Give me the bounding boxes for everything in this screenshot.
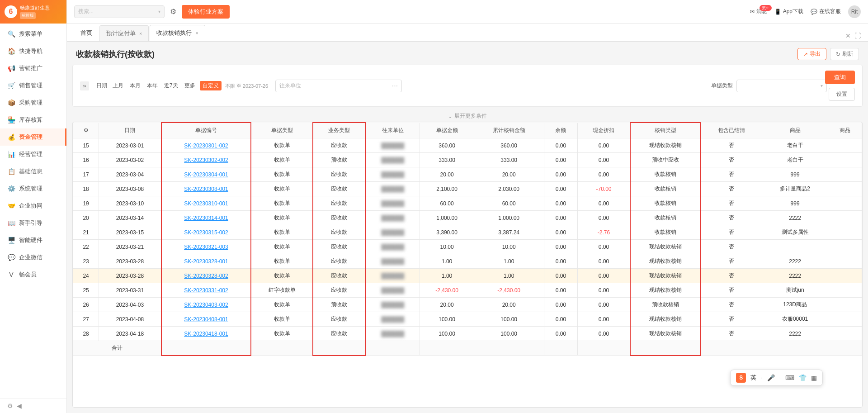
th-goods[interactable]: 商品 (762, 123, 828, 138)
online-service-button[interactable]: 💬 在线客服 (811, 8, 841, 15)
sidebar-item-quicknav[interactable]: 🏠 快捷导航 (0, 43, 66, 60)
tab-prepay-close-icon[interactable]: × (139, 31, 142, 36)
refresh-label: 刷新 (842, 50, 853, 58)
th-verify-type[interactable]: 核销类型 (630, 123, 701, 138)
cell-verified: 10.00 (474, 240, 544, 254)
th-cash-discount[interactable]: 现金折扣 (578, 123, 630, 138)
th-date[interactable]: 日期 (99, 123, 161, 138)
cell-doctype: 收款单 (251, 312, 312, 327)
settings-icon[interactable]: ⚙ (7, 402, 13, 409)
sidebar-item-guide[interactable]: 📖 新手引导 (0, 214, 66, 232)
ime-grid-icon[interactable]: ▦ (811, 374, 817, 381)
sidebar-item-operation[interactable]: 📊 经营管理 (0, 146, 66, 163)
messages-button[interactable]: ✉ 消息 99+ (750, 8, 767, 15)
cell-discount: 0.00 (578, 298, 630, 312)
doc-no-link[interactable]: SK-20230408-001 (184, 316, 228, 323)
date-btn-custom[interactable]: 自定义 (200, 81, 222, 90)
th-amount[interactable]: 单据金额 (420, 123, 474, 138)
th-verified[interactable]: 累计核销金额 (474, 123, 544, 138)
data-table: ⚙ 日期 单据编号 单据类型 业务类型 往来单位 单据金额 累计核销金额 余额 … (73, 122, 862, 356)
date-btn-7days[interactable]: 近7天 (162, 81, 180, 90)
tab-expand-icon[interactable]: ⛶ (854, 32, 861, 39)
ime-shirt-icon[interactable]: 👕 (799, 374, 807, 381)
doc-no-link[interactable]: SK-20230314-001 (184, 215, 228, 221)
collapse-icon[interactable]: ◀ (17, 402, 22, 409)
tab-home[interactable]: 首页 (74, 25, 99, 41)
th-gear[interactable]: ⚙ (73, 123, 99, 138)
date-btn-this-month[interactable]: 本月 (128, 81, 142, 90)
sidebar-item-search[interactable]: 🔍 搜索菜单 (0, 25, 66, 43)
cell-amount: 60.00 (420, 196, 474, 211)
cell-goods: 123D商品 (762, 298, 828, 312)
ime-keyboard-icon[interactable]: ⌨ (785, 374, 794, 381)
cell-goods: 2222 (762, 327, 828, 341)
sidebar-item-finance[interactable]: 💰 资金管理 (0, 128, 66, 146)
sidebar-item-system[interactable]: ⚙️ 系统管理 (0, 180, 66, 197)
basic-label: 基础信息 (19, 167, 42, 176)
cell-amount: 333.00 (420, 153, 474, 167)
doc-no-link[interactable]: SK-20230328-001 (184, 258, 228, 265)
doc-no-link[interactable]: SK-20230304-001 (184, 171, 228, 178)
tab-collection-close-icon[interactable]: × (195, 30, 198, 36)
partner-value: ██████ (381, 142, 404, 149)
doc-no-link[interactable]: SK-20230302-002 (184, 157, 228, 163)
ime-mic-icon[interactable]: 🎤 (767, 374, 775, 381)
wechat-icon: 💬 (7, 254, 15, 261)
th-balance[interactable]: 余额 (544, 123, 578, 138)
sidebar-item-basic[interactable]: 📋 基础信息 (0, 163, 66, 180)
date-btn-this-year[interactable]: 本年 (145, 81, 160, 90)
th-partner[interactable]: 往来单位 (365, 123, 420, 138)
topbar-search[interactable]: 搜索... ▾ (74, 5, 165, 18)
sidebar-item-corp[interactable]: 🤝 企业协同 (0, 197, 66, 214)
doc-no-link[interactable]: SK-20230301-002 (184, 142, 228, 149)
sidebar-item-hardware[interactable]: 🖥️ 智能硬件 (0, 232, 66, 249)
cell-docno: SK-20230314-001 (161, 211, 251, 225)
refresh-button[interactable]: ↻ 刷新 (830, 48, 859, 60)
sidebar-item-marketing[interactable]: 📢 营销推广 (0, 60, 66, 77)
tab-collection[interactable]: 收款核销执行 × (150, 25, 205, 41)
th-biz-type[interactable]: 业务类型 (313, 123, 365, 138)
solution-button[interactable]: 体验行业方案 (182, 5, 230, 19)
doc-no-link[interactable]: SK-20230308-001 (184, 186, 228, 192)
th-include-settled[interactable]: 包含已结清 (701, 123, 762, 138)
th-doc-type[interactable]: 单据类型 (251, 123, 312, 138)
tab-close-all-icon[interactable]: ✕ (845, 32, 851, 39)
receipt-type-select[interactable]: ▾ (736, 80, 827, 92)
marketing-icon: 📢 (7, 65, 15, 72)
doc-no-link[interactable]: SK-20230418-001 (184, 331, 228, 337)
sidebar-item-inventory[interactable]: 🏪 库存核算 (0, 111, 66, 128)
ime-lang-text[interactable]: 英 (750, 374, 756, 382)
summary-biztype-cell (313, 341, 365, 356)
partner-dots-icon[interactable]: ··· (392, 82, 398, 90)
th-goods2[interactable]: 商品 (828, 123, 862, 138)
user-avatar[interactable]: Rit (848, 5, 861, 18)
doc-no-link[interactable]: SK-20230315-002 (184, 229, 228, 236)
export-button[interactable]: ↗ 导出 (797, 48, 826, 60)
tab-prepay[interactable]: 预计应付单 × (99, 25, 149, 41)
sidebar-item-purchase[interactable]: 📦 采购管理 (0, 94, 66, 111)
doc-no-link[interactable]: SK-20230321-003 (184, 244, 228, 250)
cell-goods2 (828, 312, 862, 327)
filter-expand-button[interactable]: » (80, 81, 89, 90)
topbar-gear-icon[interactable]: ⚙ (170, 7, 176, 16)
doc-no-link[interactable]: SK-20230331-002 (184, 287, 228, 294)
date-btn-more[interactable]: 更多 (183, 81, 197, 90)
table-row: 25 2023-03-31 SK-20230331-002 红字收款单 应收款 … (73, 283, 862, 298)
sidebar-item-wechat[interactable]: 💬 企业微信 (0, 249, 66, 266)
table-scroll[interactable]: ⚙ 日期 单据编号 单据类型 业务类型 往来单位 单据金额 累计核销金额 余额 … (73, 122, 862, 356)
doc-no-link[interactable]: SK-20230403-002 (184, 302, 228, 308)
summary-docno-cell (161, 341, 251, 356)
date-btn-last-month[interactable]: 上月 (111, 81, 125, 90)
app-download-button[interactable]: 📱 App下载 (774, 8, 803, 15)
sidebar-item-member[interactable]: V 畅会员 (0, 266, 66, 283)
expand-more-button[interactable]: ⌄ 展开更多条件 (448, 112, 487, 120)
partner-filter-input[interactable]: 往来单位 ··· (275, 80, 402, 92)
expand-icon: ⌄ (448, 113, 453, 119)
cell-partner: ██████ (365, 298, 420, 312)
sidebar-item-sales[interactable]: 🛒 销售管理 (0, 77, 66, 94)
query-button[interactable]: 查询 (825, 71, 855, 84)
doc-no-link[interactable]: SK-20230328-002 (184, 273, 228, 279)
filter-settings-button[interactable]: 设置 (829, 88, 855, 101)
th-doc-no[interactable]: 单据编号 (161, 123, 251, 138)
doc-no-link[interactable]: SK-20230310-001 (184, 200, 228, 207)
